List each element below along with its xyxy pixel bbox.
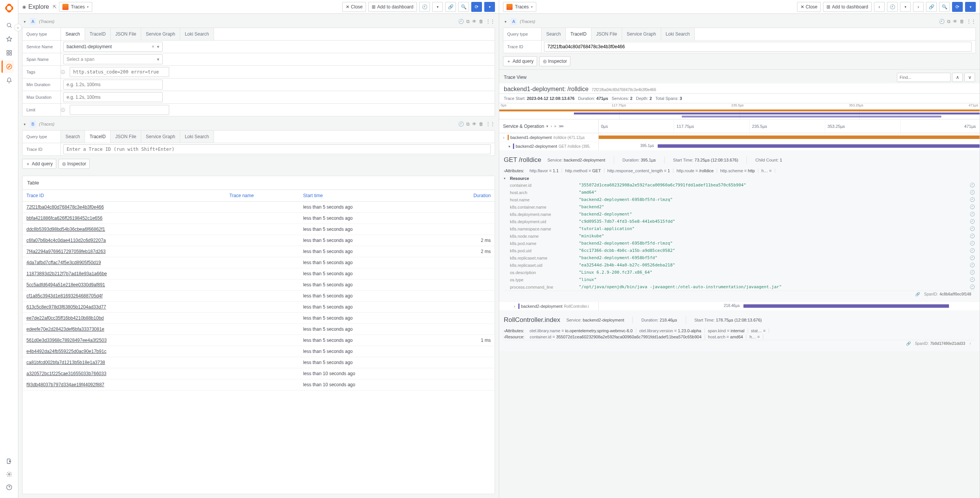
tab-traceid[interactable]: TraceID	[85, 28, 111, 40]
clock-icon[interactable]: 🕘	[970, 233, 975, 238]
column-header[interactable]: Trace ID	[23, 190, 225, 202]
span-bar[interactable]	[599, 136, 980, 139]
trash-icon[interactable]: 🗑	[479, 19, 483, 24]
drag-icon[interactable]: ⋮⋮	[486, 19, 495, 24]
datasource-picker[interactable]: Traces ▾	[503, 2, 536, 12]
trace-id-link[interactable]: a320572bc1f225cae31655033b766033	[23, 368, 225, 379]
trace-id-link[interactable]: 5cc5adfd6494a51e218ee0330d9af891	[23, 279, 225, 291]
collapse-query-button[interactable]: ▾	[22, 20, 27, 24]
trace-id-link[interactable]: 561d0e3d33968c78928497ee4a3f2503	[23, 335, 225, 346]
trace-id-link[interactable]: ee7de22af0cc35ff16bb4210b88b10bd	[23, 313, 225, 324]
tab-json-file[interactable]: JSON File	[111, 131, 141, 143]
search-icon[interactable]	[3, 19, 15, 31]
trace-id-link[interactable]: c6fa07b6b4c4c0dae4110d2c6d92207a	[23, 235, 225, 246]
trace-id-link[interactable]: cf1a85c3943d1e81693264688705d4f	[23, 291, 225, 302]
trash-icon[interactable]: 🗑	[479, 121, 483, 127]
copy-icon[interactable]: ⧉	[466, 121, 470, 127]
zoom-out-button[interactable]: 🔍	[458, 2, 469, 12]
column-header[interactable]: Duration	[437, 190, 495, 202]
trace-find-input[interactable]	[897, 73, 951, 82]
add-to-dashboard-button[interactable]: ⊞Add to dashboard	[368, 2, 417, 12]
trace-id-link[interactable]: ddc8b5393d98bd54b36cbea6f66862f1	[23, 224, 225, 235]
trash-icon[interactable]: 🗑	[960, 19, 964, 24]
inspector-button[interactable]: ◎Inspector	[59, 159, 90, 169]
clock-icon[interactable]: 🕘	[970, 219, 975, 224]
sidenav-expand-button[interactable]: ›	[14, 24, 22, 31]
trace-id-link[interactable]: 72f21fba04c80d768478c3e4b3f0e466	[23, 202, 225, 213]
info-icon[interactable]: ⓘ	[61, 69, 65, 75]
chevron-down-icon[interactable]: ▾	[546, 124, 548, 128]
tab-loki-search[interactable]: Loki Search	[661, 28, 695, 40]
eye-icon[interactable]: 👁	[472, 19, 477, 24]
time-dropdown-button[interactable]: ▾	[432, 2, 443, 12]
clock-icon[interactable]: 🕘	[458, 19, 464, 24]
clock-icon[interactable]: 🕘	[970, 197, 975, 202]
collapse-query-button[interactable]: ▾	[22, 122, 27, 126]
time-picker-button[interactable]: 🕘	[887, 2, 898, 12]
info-icon[interactable]: ⓘ	[61, 107, 65, 113]
tab-traceid[interactable]: TraceID	[566, 28, 591, 40]
tab-loki-search[interactable]: Loki Search	[180, 28, 214, 40]
eye-icon[interactable]: 👁	[953, 19, 957, 24]
clock-icon[interactable]: 🕘	[970, 204, 975, 209]
clock-icon[interactable]: 🕘	[970, 212, 975, 217]
span-toggle[interactable]: ▾	[507, 144, 511, 149]
column-header[interactable]: Trace name	[225, 190, 299, 202]
add-query-button[interactable]: ＋Add query	[22, 159, 56, 169]
span-toggle[interactable]: ›	[501, 136, 506, 140]
span-row[interactable]: › backend1-deployment /rolldice (471.12µ…	[499, 133, 980, 142]
trace-id-link[interactable]: ca81bfcd002bfa7d1213b5b18e1a3738	[23, 357, 225, 368]
close-button[interactable]: ✕Close	[797, 2, 821, 12]
trace-id-link[interactable]: bbfa421886fca626ff26198452c1e656	[23, 213, 225, 224]
find-next-button[interactable]: ∨	[964, 73, 975, 82]
link-icon[interactable]: 🔗	[915, 292, 920, 296]
dashboards-icon[interactable]	[3, 47, 15, 59]
clock-icon[interactable]: 🕘	[970, 263, 975, 268]
clock-icon[interactable]: 🕘	[970, 277, 975, 282]
add-to-dashboard-button[interactable]: ⊞Add to dashboard	[823, 2, 872, 12]
min-duration-input[interactable]	[63, 80, 163, 90]
span-row[interactable]: ▾ backend2-deployment GET /rolldice (395…	[499, 142, 980, 151]
zoom-out-button[interactable]: 🔍	[939, 2, 950, 12]
tags-input[interactable]	[70, 67, 169, 77]
chevron-right-icon[interactable]: ›	[550, 124, 552, 128]
tab-loki-search[interactable]: Loki Search	[180, 131, 214, 143]
explore-icon[interactable]	[2, 60, 14, 73]
gear-icon[interactable]	[3, 468, 15, 480]
clock-icon[interactable]: 🕘	[970, 183, 975, 188]
tab-service-graph[interactable]: Service Graph	[141, 131, 180, 143]
chevron-double-right-icon[interactable]: »	[554, 124, 557, 128]
clock-icon[interactable]: 🕘	[970, 248, 975, 253]
tab-service-graph[interactable]: Service Graph	[622, 28, 661, 40]
span-bar[interactable]	[743, 304, 949, 308]
grafana-logo-icon[interactable]	[4, 3, 15, 14]
trace-id-link[interactable]: 4da7afbd7cffac74f5e3cd8905f50d19	[23, 257, 225, 268]
tab-service-graph[interactable]: Service Graph	[141, 28, 180, 40]
trace-id-input[interactable]	[63, 144, 491, 154]
tab-traceid[interactable]: TraceID	[85, 131, 111, 143]
trace-id-input[interactable]	[544, 42, 972, 52]
span-name-select[interactable]: Select a span ▾	[63, 54, 163, 64]
signin-icon[interactable]	[3, 455, 15, 467]
datasource-picker[interactable]: Traces ▾	[59, 2, 92, 12]
clock-icon[interactable]: 🕘	[970, 190, 975, 195]
star-icon[interactable]	[3, 33, 15, 45]
add-query-button[interactable]: ＋Add query	[503, 56, 537, 66]
close-button[interactable]: ✕Close	[342, 2, 366, 12]
tab-json-file[interactable]: JSON File	[591, 28, 622, 40]
next-button[interactable]: ›	[913, 2, 924, 12]
run-dropdown-button[interactable]: ▾	[965, 2, 976, 12]
tab-json-file[interactable]: JSON File	[111, 28, 141, 40]
clock-icon[interactable]: 🕘	[939, 19, 945, 24]
link-icon[interactable]: 🔗	[906, 341, 911, 346]
tab-search[interactable]: Search	[61, 28, 85, 40]
column-header[interactable]: Start time	[299, 190, 437, 202]
clock-icon[interactable]: 🕘	[970, 255, 975, 260]
trace-id-link[interactable]: 7f4a2294a9769617297059feb187d263	[23, 246, 225, 257]
clock-icon[interactable]: 🕘	[970, 270, 975, 275]
trace-minimap[interactable]: 0µs117.75µs235.5µs353.25µs471µs	[499, 103, 980, 119]
copy-icon[interactable]: ⧉	[947, 19, 951, 24]
trace-id-link[interactable]: 613c5c8ec978d3f63805b1204ad33d77	[23, 302, 225, 313]
share-button[interactable]: 🔗	[445, 2, 456, 12]
time-dropdown-button[interactable]: ▾	[900, 2, 911, 12]
